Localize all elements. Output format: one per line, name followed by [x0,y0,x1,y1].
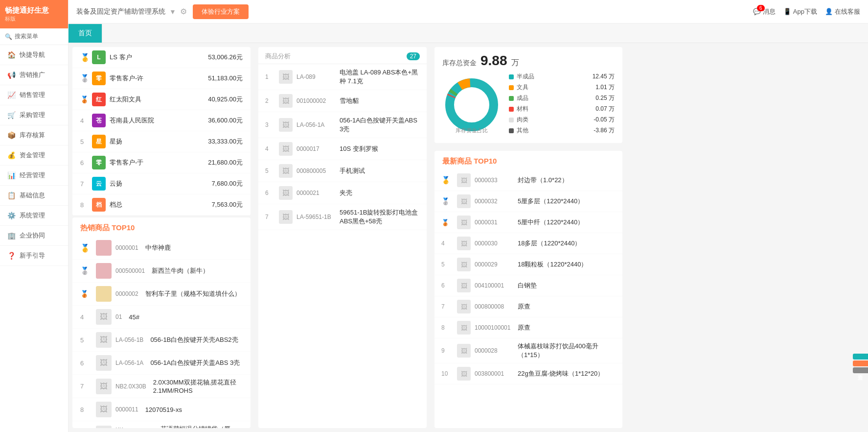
basic-icon: 📋 [7,191,16,200]
sidebar-item-collab[interactable]: 🏢 企业协同 [0,226,68,246]
mid-product-row: 6 🖼 0000021 夹壳 [258,182,427,204]
mid-prod-name: 59651-1B旋转投影灯电池盒ABS黑色+58壳 [340,208,420,226]
rank-name: 红太阳文具 [110,95,208,104]
hot-product-row: 5 🖼 LA-056-1B 056-1B白色按键开关壳ABS2壳 [72,329,251,352]
hot-name: 056-1A白色按键开关盖ABS 3壳 [150,359,240,367]
legend-name: 材料 [517,105,595,113]
new-code: 0000028 [475,347,514,354]
hot-rank: 5 [80,336,92,344]
legend-name: 成品 [517,94,595,102]
rank-amount: 53,006.26元 [208,53,243,62]
new-product-row: 7 🖼 000800008 原查 [434,296,622,317]
rank-amount: 7,680.00元 [211,179,243,188]
float-live-btn[interactable]: 直播 [853,367,868,373]
app-edition: 标版 [5,15,49,23]
sidebar-nav: 🏠 快捷导航 📢 营销推广 📈 销售管理 🛒 采购管理 📦 库存核算 💰 [0,45,68,432]
mid-prod-name: 手机测试 [340,167,420,175]
sidebar-item-label: 基础信息 [20,191,45,200]
hot-product-row: 8 🖼 0000011 12070519-xs [72,398,251,421]
legend-dot [509,118,514,122]
search-label: 搜索菜单 [15,32,38,41]
hot-rank: 🥉 [80,290,92,298]
rank-name: 档总 [110,200,211,209]
rank-amount: 36,600.00元 [208,116,243,125]
customer-rank-row: 5 星 星扬 33,333.00元 [72,131,251,152]
rank-medal: 8 [80,201,92,209]
sidebar-item-purchase[interactable]: 🛒 采购管理 [0,105,68,125]
rank-avatar: 云 [92,177,106,191]
mid-product-row: 7 🖼 LA-59651-1B 59651-1B旋转投影灯电池盒ABS黑色+58… [258,204,427,230]
new-products-list: 🥇 🖼 0000033 封边带（1.0*22） 🥈 🖼 0000032 5厘多层… [434,170,622,384]
new-name: 白钢垫 [518,281,616,290]
hot-product-row: 9 🖼 KK-SD22110H 花语萌恒温分罐罐袋（厚款） [72,421,251,428]
sidebar-item-home[interactable]: 🏠 快捷导航 [0,45,68,65]
mid-rank: 6 [265,190,275,196]
mid-prod-img: 🖼 [279,186,293,200]
tab-home[interactable]: 首页 [69,24,102,43]
inventory-chart-area: 库存资金占比 半成品 12.45 万 文具 1.01 万 成品 0.25 万 材… [442,72,615,137]
new-rank: 🥇 [441,176,453,185]
sidebar: 畅捷通好生意 标版 🔍 搜索菜单 🏠 快捷导航 📢 营销推广 📈 销售管理 🛒 [0,0,69,432]
customer-rank-row: 🥇 L LS 客户 53,006.26元 [72,47,251,68]
new-code: 10000100001 [475,324,514,331]
hot-code: 0000001 [115,244,138,251]
float-service-btn[interactable]: 客服热线 [853,354,868,360]
hot-img [96,263,112,279]
operation-icon: 📊 [7,171,16,180]
sidebar-item-operation[interactable]: 📊 经营管理 [0,166,68,186]
mid-rank: 3 [265,121,275,128]
inventory-title: 库存总资金 9.88 万 [442,53,615,69]
mid-products-list: 1 🖼 LA-089 电池盖 LA-089 ABS本色+黑种 7.1克 2 🖼 … [258,64,427,230]
rank-avatar: 零 [92,156,106,169]
new-rank: 🥈 [441,197,453,205]
legend-dot [509,128,514,133]
new-rank: 7 [441,303,453,310]
customer-rank-row: 8 档 档总 7,563.00元 [72,194,251,216]
hot-name: 智利车子里（规格不知道填什么） [145,289,241,298]
new-rank: 5 [441,261,453,268]
inventory-unit: 万 [511,58,519,68]
new-product-row: 5 🖼 0000029 18颗粒板（1220*2440） [434,254,622,275]
new-img: 🖼 [457,194,471,208]
sidebar-item-sales[interactable]: 📈 销售管理 [0,85,68,105]
new-code: 004100001 [475,282,514,289]
float-community-btn[interactable]: 服务社区 [853,360,868,366]
mid-prod-name: 夹壳 [340,189,420,197]
customer-rank-row: 6 零 零售客户-于 21,680.00元 [72,152,251,173]
sidebar-item-finance[interactable]: 💰 资金管理 [0,145,68,166]
legend-item: 肉类 -0.05 万 [509,116,615,124]
rank-medal: 4 [80,117,92,124]
sidebar-item-inventory[interactable]: 📦 库存核算 [0,125,68,145]
search-menu[interactable]: 🔍 搜索菜单 [0,28,68,45]
online-service-btn[interactable]: 👤 在线客服 [825,7,860,16]
hot-code: 0000002 [115,290,138,297]
mid-prod-code: LA-59651-1B [297,214,336,220]
hot-img [96,240,112,256]
legend-item: 半成品 12.45 万 [509,72,615,81]
hot-product-row: 4 🖼 01 45# [72,306,251,329]
new-product-row: 4 🖼 0000030 18多层（1220*2440） [434,233,622,254]
new-name: 18颗粒板（1220*2440） [518,260,616,269]
dropdown-icon[interactable]: ▼ [169,8,176,16]
app-download-btn[interactable]: 📱 App下载 [783,7,817,16]
gear-icon[interactable]: ⚙ [180,7,187,16]
message-btn[interactable]: 💬 6 消息 [753,7,776,16]
sidebar-item-basic[interactable]: 📋 基础信息 [0,186,68,206]
sidebar-item-guide[interactable]: ❓ 新手引导 [0,246,68,266]
sidebar-item-label: 营销推广 [20,71,45,79]
mobile-icon: 📱 [783,8,791,15]
new-rank: 6 [441,282,453,289]
customer-rank-table: 🥇 L LS 客户 53,006.26元 🥈 零 零售客户-许 51,183.0… [72,47,251,216]
mid-prod-img: 🖼 [279,164,293,178]
rank-medal: 6 [80,159,92,167]
rank-amount: 7,563.00元 [211,200,243,209]
mid-prod-img: 🖼 [279,70,293,84]
sidebar-item-marketing[interactable]: 📢 营销推广 [0,65,68,85]
sidebar-item-label: 系统管理 [20,211,45,220]
donut-chart: 库存资金占比 [442,75,501,134]
sidebar-item-system[interactable]: ⚙️ 系统管理 [0,206,68,226]
mid-product-row: 5 🖼 000800005 手机测试 [258,160,427,182]
hot-img: 🖼 [96,402,112,417]
try-button[interactable]: 体验行业方案 [193,4,249,19]
rank-name: LS 客户 [110,53,208,62]
